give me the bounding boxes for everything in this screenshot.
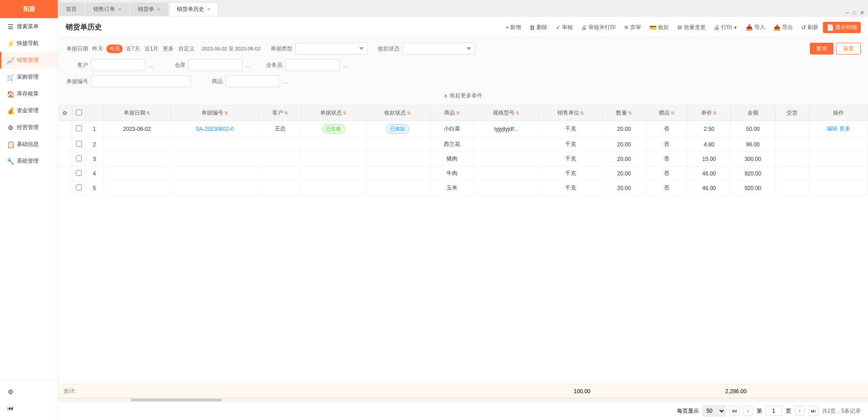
tabs-minimize-btn[interactable]: ─ bbox=[845, 10, 849, 16]
sidebar-item-finance-mgmt[interactable]: 💰 资金管理 bbox=[0, 102, 58, 119]
row-checkbox[interactable] bbox=[76, 155, 82, 161]
sidebar-item-sales-mgmt[interactable]: 📈 销售管理 bbox=[0, 52, 58, 69]
audit-button[interactable]: ✓ 审核 bbox=[552, 22, 577, 33]
th-gear[interactable]: ⚙ bbox=[58, 105, 72, 121]
th-customer[interactable]: 客户 ⇅ bbox=[259, 105, 301, 121]
shortcut-more[interactable]: 更多 bbox=[161, 45, 175, 53]
warehouse-input[interactable] bbox=[188, 59, 243, 71]
sidebar-item-inventory[interactable]: 🏠 库存核算 bbox=[0, 85, 58, 102]
system-mgmt-icon: 🔧 bbox=[7, 158, 14, 165]
tab-sales-order-close[interactable]: ✕ bbox=[118, 7, 121, 12]
sidebar-item-collapse[interactable]: ⏮ bbox=[0, 400, 58, 416]
sort-icon-gift: ⇅ bbox=[671, 110, 674, 115]
refresh-button[interactable]: ↺ 刷新 bbox=[798, 22, 822, 33]
sort-collect-status[interactable]: 收款状态 ⇅ bbox=[384, 109, 411, 117]
prev-page-btn[interactable]: ‹ bbox=[743, 406, 753, 416]
row-doc-no: SA-20230602-0 bbox=[171, 121, 258, 137]
th-doc-date[interactable]: 单据日期 ⇅ bbox=[103, 105, 171, 121]
collect-button[interactable]: 💳 收款 bbox=[646, 22, 672, 33]
sort-unit[interactable]: 销售单位 ⇅ bbox=[557, 109, 584, 117]
batch-change-button[interactable]: ⚙ 批量变更 bbox=[673, 22, 709, 33]
sidebar-item-search-menu[interactable]: ☰ 搜索菜单 bbox=[0, 18, 58, 35]
first-page-btn[interactable]: ⏮ bbox=[729, 406, 739, 416]
page-number-input[interactable] bbox=[766, 406, 782, 416]
print-button[interactable]: 🖨 打印 ▼ bbox=[710, 22, 741, 33]
delete-button[interactable]: 🗑 删除 bbox=[526, 22, 551, 33]
shortcut-custom[interactable]: 自定义 bbox=[177, 45, 196, 53]
tab-home[interactable]: 首页 bbox=[58, 2, 85, 16]
sort-doc-date[interactable]: 单据日期 ⇅ bbox=[124, 109, 150, 117]
staff-input[interactable] bbox=[285, 59, 340, 71]
tab-sales-goods[interactable]: 销货单 ✕ bbox=[130, 2, 168, 16]
tab-sales-history-close[interactable]: ✕ bbox=[207, 7, 211, 12]
tab-sales-goods-close[interactable]: ✕ bbox=[157, 7, 161, 12]
th-check[interactable] bbox=[72, 105, 85, 121]
customer-input[interactable] bbox=[91, 59, 146, 71]
th-qty[interactable]: 数量 ⇅ bbox=[603, 105, 646, 121]
sidebar-item-system-mgmt[interactable]: 🔧 系统管理 bbox=[0, 153, 58, 170]
sort-customer[interactable]: 客户 ⇅ bbox=[272, 109, 288, 117]
th-collect-status[interactable]: 收款状态 ⇅ bbox=[366, 105, 430, 121]
per-page-select[interactable]: 50 100 bbox=[702, 405, 726, 416]
add-button[interactable]: + 新增 bbox=[502, 22, 525, 33]
edit-link[interactable]: 编辑 bbox=[827, 125, 838, 132]
sidebar-item-purchase-mgmt[interactable]: 🛒 采购管理 bbox=[0, 69, 58, 85]
doc-no-link[interactable]: SA-20230602-0 bbox=[196, 126, 234, 132]
th-doc-status[interactable]: 单据状态 ⇅ bbox=[301, 105, 365, 121]
row-checkbox[interactable] bbox=[76, 185, 82, 190]
goods-dots[interactable]: ... bbox=[283, 78, 288, 85]
row-checkbox[interactable] bbox=[76, 141, 82, 147]
doc-no-input[interactable] bbox=[91, 75, 191, 87]
th-spec[interactable]: 规格型号 ⇅ bbox=[474, 105, 538, 121]
set-button[interactable]: 设置 bbox=[836, 43, 861, 55]
sort-price[interactable]: 单价 ⇅ bbox=[701, 109, 717, 117]
th-gift[interactable]: 赠品 ⇅ bbox=[645, 105, 688, 121]
abandon-button[interactable]: ✕ 弃审 bbox=[620, 22, 645, 33]
horizontal-scrollbar[interactable] bbox=[58, 398, 868, 401]
collect-status-select[interactable] bbox=[402, 43, 475, 55]
toolbar: + 新增 🗑 删除 ✓ 审核 🖨 审核并打印 ✕ 弃审 bbox=[502, 22, 861, 33]
import-button[interactable]: 📥 导入 bbox=[742, 22, 769, 33]
doc-type-select[interactable] bbox=[295, 43, 368, 55]
sidebar-item-operation-mgmt[interactable]: ⚙ 经营管理 bbox=[0, 119, 58, 136]
th-doc-no[interactable]: 单据编号 ⇅ bbox=[171, 105, 258, 121]
collapse-btn[interactable]: ∧ 收起更多条件 bbox=[65, 92, 861, 100]
tabs-close-btn[interactable]: ✕ bbox=[860, 10, 864, 16]
query-set-buttons: 查询 设置 bbox=[810, 43, 861, 55]
shortcut-today[interactable]: 今天 bbox=[106, 45, 123, 53]
sort-doc-status[interactable]: 单据状态 ⇅ bbox=[320, 109, 346, 117]
sort-spec[interactable]: 规格型号 ⇅ bbox=[493, 109, 519, 117]
shortcut-yesterday[interactable]: 昨天 bbox=[91, 45, 105, 53]
tab-sales-order[interactable]: 销售订单 ✕ bbox=[85, 2, 129, 16]
query-button[interactable]: 查询 bbox=[810, 43, 833, 55]
more-link[interactable]: 更多 bbox=[839, 125, 850, 132]
tab-sales-history[interactable]: 销货单历史 ✕ bbox=[169, 2, 218, 16]
th-price[interactable]: 单价 ⇅ bbox=[688, 105, 731, 121]
date-range-display: 2023-06-02 至 2023-06-02 bbox=[201, 45, 261, 52]
staff-dots[interactable]: ... bbox=[342, 61, 348, 69]
sort-doc-no[interactable]: 单据编号 ⇅ bbox=[201, 109, 228, 117]
shortcut-7days[interactable]: 近7天 bbox=[125, 45, 141, 53]
next-page-btn[interactable]: › bbox=[795, 406, 805, 416]
sort-gift[interactable]: 赠品 ⇅ bbox=[659, 109, 674, 117]
th-unit[interactable]: 销售单位 ⇅ bbox=[538, 105, 602, 121]
sort-qty[interactable]: 数量 ⇅ bbox=[616, 109, 632, 117]
export-button[interactable]: 📤 导出 bbox=[770, 22, 797, 33]
gear-settings-icon[interactable]: ⚙ bbox=[62, 110, 67, 116]
customer-dots[interactable]: ... bbox=[148, 61, 154, 69]
sidebar-item-quick-nav[interactable]: ⚡ 快捷导航 bbox=[0, 35, 58, 52]
sort-goods[interactable]: 商品 ⇅ bbox=[444, 109, 460, 117]
th-goods[interactable]: 商品 ⇅ bbox=[430, 105, 474, 121]
select-all-checkbox[interactable] bbox=[76, 110, 82, 115]
row-checkbox[interactable] bbox=[76, 170, 82, 176]
row-checkbox[interactable] bbox=[76, 125, 82, 131]
last-page-btn[interactable]: ⏭ bbox=[808, 406, 818, 416]
sidebar-item-settings-bottom[interactable]: ⚙ bbox=[0, 384, 58, 400]
show-detail-button[interactable]: 📄 显示明细 bbox=[823, 22, 861, 33]
tabs-maximize-btn[interactable]: □ bbox=[853, 10, 856, 16]
sidebar-item-basic-info[interactable]: 📋 基础信息 bbox=[0, 136, 58, 153]
warehouse-dots[interactable]: ... bbox=[246, 61, 251, 69]
shortcut-1month[interactable]: 近1月 bbox=[143, 45, 160, 53]
audit-print-button[interactable]: 🖨 审核并打印 bbox=[577, 22, 619, 33]
goods-input[interactable] bbox=[226, 75, 280, 87]
